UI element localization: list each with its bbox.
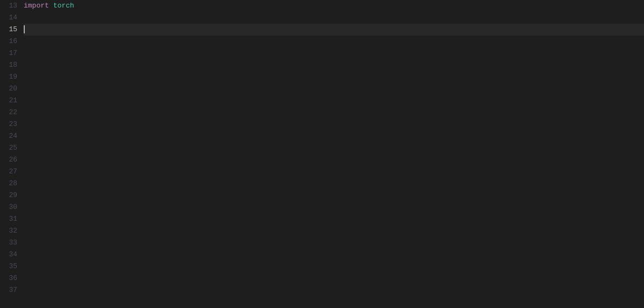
- line-number-36: 36: [0, 272, 22, 284]
- code-line-31: [24, 213, 644, 225]
- line-number-25: 25: [0, 142, 22, 154]
- code-line-30: [24, 201, 644, 213]
- line-number-26: 26: [0, 154, 22, 166]
- line-number-19: 19: [0, 71, 22, 83]
- line-number-33: 33: [0, 237, 22, 249]
- line-number-31: 31: [0, 213, 22, 225]
- line-number-14: 14: [0, 12, 22, 24]
- line-number-23: 23: [0, 118, 22, 130]
- code-line-32: [24, 225, 644, 237]
- line-number-16: 16: [0, 36, 22, 47]
- line-number-35: 35: [0, 261, 22, 272]
- line-number-37: 37: [0, 284, 22, 296]
- code-line-15: [24, 24, 644, 36]
- line-number-28: 28: [0, 178, 22, 190]
- token-keyword: import: [24, 2, 49, 10]
- line-numbers: 1314151617181920212223242526272829303132…: [0, 0, 22, 308]
- line-number-17: 17: [0, 47, 22, 59]
- code-line-34: [24, 249, 644, 261]
- code-line-21: [24, 95, 644, 107]
- text-cursor: [24, 25, 25, 33]
- line-number-34: 34: [0, 249, 22, 261]
- line-number-32: 32: [0, 225, 22, 237]
- line-number-30: 30: [0, 201, 22, 213]
- line-number-24: 24: [0, 130, 22, 142]
- token-module: torch: [53, 2, 74, 10]
- code-line-28: [24, 178, 644, 190]
- line-number-29: 29: [0, 190, 22, 201]
- code-line-24: [24, 130, 644, 142]
- code-line-22: [24, 107, 644, 118]
- code-line-17: [24, 47, 644, 59]
- code-line-37: [24, 284, 644, 296]
- code-line-16: [24, 36, 644, 47]
- line-number-18: 18: [0, 59, 22, 71]
- code-line-26: [24, 154, 644, 166]
- line-number-15: 15: [0, 24, 22, 36]
- code-line-29: [24, 190, 644, 201]
- code-line-36: [24, 272, 644, 284]
- code-line-14: [24, 12, 644, 24]
- code-line-23: [24, 118, 644, 130]
- editor-container: 1314151617181920212223242526272829303132…: [0, 0, 644, 308]
- code-line-35: [24, 261, 644, 272]
- line-number-21: 21: [0, 95, 22, 107]
- code-line-19: [24, 71, 644, 83]
- code-line-20: [24, 83, 644, 95]
- code-line-25: [24, 142, 644, 154]
- code-line-33: [24, 237, 644, 249]
- line-number-27: 27: [0, 166, 22, 178]
- token-plain: [49, 2, 53, 10]
- code-area[interactable]: import torch: [22, 0, 644, 308]
- line-number-22: 22: [0, 107, 22, 118]
- line-number-20: 20: [0, 83, 22, 95]
- line-number-13: 13: [0, 0, 22, 12]
- code-line-13: import torch: [24, 0, 644, 12]
- code-line-18: [24, 59, 644, 71]
- code-line-27: [24, 166, 644, 178]
